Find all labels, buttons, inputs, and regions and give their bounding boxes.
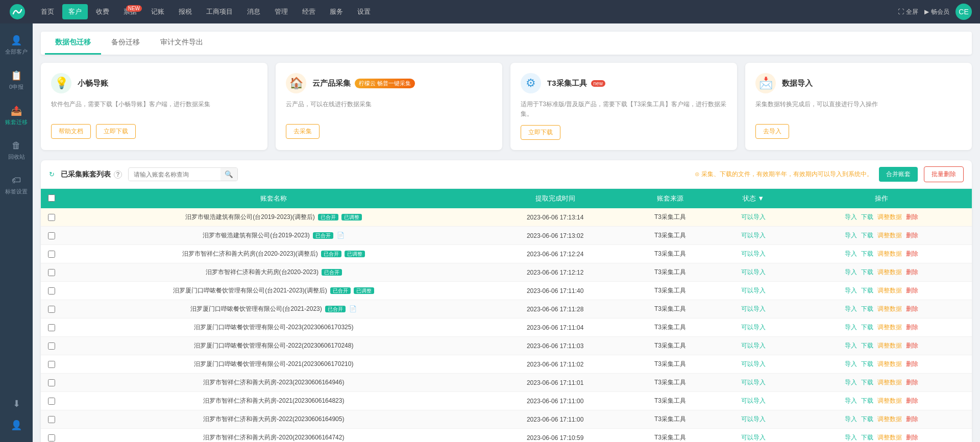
action-调整数据[interactable]: 调整数据 — [877, 232, 902, 239]
nav-message[interactable]: 消息 — [241, 4, 266, 19]
search-input[interactable] — [129, 168, 220, 181]
row-checkbox[interactable] — [48, 342, 55, 350]
nav-home[interactable]: 首页 — [35, 4, 60, 19]
action-下载[interactable]: 下载 — [861, 287, 873, 294]
tab-audit-export[interactable]: 审计文件导出 — [150, 32, 213, 55]
action-下载[interactable]: 下载 — [861, 213, 873, 220]
tab-backup-migration[interactable]: 备份迁移 — [101, 32, 150, 55]
sidebar-item-profile[interactable]: 👤 — [7, 414, 26, 436]
action-下载[interactable]: 下载 — [861, 305, 873, 312]
sidebar-item-recycle[interactable]: 🗑 回收站 — [0, 135, 33, 166]
action-删除[interactable]: 删除 — [906, 360, 918, 367]
action-调整数据[interactable]: 调整数据 — [877, 397, 902, 404]
action-下载[interactable]: 下载 — [861, 397, 873, 404]
action-删除[interactable]: 删除 — [906, 342, 918, 349]
action-调整数据[interactable]: 调整数据 — [877, 213, 902, 220]
tab-data-migration[interactable]: 数据包迁移 — [45, 32, 101, 55]
action-删除[interactable]: 删除 — [906, 250, 918, 257]
nav-settings[interactable]: 设置 — [351, 4, 377, 19]
action-下载[interactable]: 下载 — [861, 379, 873, 386]
nav-service[interactable]: 服务 — [324, 4, 349, 19]
action-删除[interactable]: 删除 — [906, 324, 918, 331]
action-导入[interactable]: 导入 — [845, 213, 857, 220]
sidebar-item-tag-settings[interactable]: 🏷 标签设置 — [0, 170, 33, 201]
search-button[interactable]: 🔍 — [220, 168, 237, 181]
action-下载[interactable]: 下载 — [861, 415, 873, 423]
sidebar-item-all-customers[interactable]: 👤 全部客户 — [0, 30, 33, 61]
action-调整数据[interactable]: 调整数据 — [877, 250, 902, 257]
nav-fee[interactable]: 收费 — [90, 4, 115, 19]
action-导入[interactable]: 导入 — [845, 250, 857, 257]
select-all-checkbox[interactable] — [48, 194, 55, 202]
nav-customer[interactable]: 客户 — [62, 4, 88, 19]
action-调整数据[interactable]: 调整数据 — [877, 324, 902, 331]
help-doc-button[interactable]: 帮助文档 — [51, 124, 91, 139]
action-调整数据[interactable]: 调整数据 — [877, 268, 902, 276]
row-checkbox[interactable] — [48, 398, 55, 405]
row-checkbox[interactable] — [48, 251, 55, 258]
action-调整数据[interactable]: 调整数据 — [877, 434, 902, 441]
nav-operation[interactable]: 经营 — [296, 4, 322, 19]
action-导入[interactable]: 导入 — [845, 342, 857, 349]
row-checkbox[interactable] — [48, 269, 55, 276]
user-avatar[interactable]: CE — [955, 4, 972, 20]
action-导入[interactable]: 导入 — [845, 268, 857, 276]
row-checkbox[interactable] — [48, 232, 55, 239]
action-下载[interactable]: 下载 — [861, 250, 873, 257]
row-checkbox[interactable] — [48, 287, 55, 294]
action-删除[interactable]: 删除 — [906, 268, 918, 276]
action-删除[interactable]: 删除 — [906, 305, 918, 312]
action-导入[interactable]: 导入 — [845, 305, 857, 312]
action-导入[interactable]: 导入 — [845, 360, 857, 367]
action-调整数据[interactable]: 调整数据 — [877, 415, 902, 423]
collect-button[interactable]: 去采集 — [286, 124, 320, 139]
action-下载[interactable]: 下载 — [861, 232, 873, 239]
row-checkbox[interactable] — [48, 306, 55, 313]
nav-tax[interactable]: 报税 — [173, 4, 198, 19]
action-删除[interactable]: 删除 — [906, 434, 918, 441]
vip-btn[interactable]: ▶ 畅会员 — [924, 8, 949, 16]
help-icon[interactable]: ? — [114, 170, 122, 179]
action-导入[interactable]: 导入 — [845, 324, 857, 331]
action-调整数据[interactable]: 调整数据 — [877, 287, 902, 294]
action-删除[interactable]: 删除 — [906, 287, 918, 294]
nav-invoice[interactable]: 票据 NEW — [117, 4, 143, 19]
action-删除[interactable]: 删除 — [906, 379, 918, 386]
action-删除[interactable]: 删除 — [906, 232, 918, 239]
row-checkbox[interactable] — [48, 379, 55, 386]
action-下载[interactable]: 下载 — [861, 434, 873, 441]
action-下载[interactable]: 下载 — [861, 268, 873, 276]
action-导入[interactable]: 导入 — [845, 397, 857, 404]
fullscreen-btn[interactable]: ⛶ 全屏 — [898, 8, 918, 16]
download-now-button-3[interactable]: 立即下载 — [521, 125, 560, 140]
sidebar-item-account-migrate[interactable]: 📤 账套迁移 — [0, 100, 33, 131]
action-下载[interactable]: 下载 — [861, 342, 873, 349]
row-checkbox[interactable] — [48, 416, 55, 423]
action-导入[interactable]: 导入 — [845, 287, 857, 294]
merge-button[interactable]: 合并账套 — [879, 167, 918, 182]
row-checkbox[interactable] — [48, 324, 55, 331]
nav-business[interactable]: 工商项目 — [200, 4, 239, 19]
logo[interactable] — [8, 3, 27, 21]
sidebar-item-download[interactable]: ⬇ — [7, 393, 26, 414]
action-调整数据[interactable]: 调整数据 — [877, 342, 902, 349]
download-now-button-1[interactable]: 立即下载 — [96, 124, 136, 139]
action-删除[interactable]: 删除 — [906, 213, 918, 220]
row-checkbox[interactable] — [48, 214, 55, 221]
action-调整数据[interactable]: 调整数据 — [877, 305, 902, 312]
sidebar-item-zero-declare[interactable]: 📋 0申报 — [0, 65, 33, 96]
action-导入[interactable]: 导入 — [845, 415, 857, 423]
import-button[interactable]: 去导入 — [755, 124, 789, 139]
action-导入[interactable]: 导入 — [845, 379, 857, 386]
action-调整数据[interactable]: 调整数据 — [877, 379, 902, 386]
row-checkbox[interactable] — [48, 361, 55, 368]
refresh-icon[interactable]: ↻ — [49, 170, 55, 178]
nav-bookkeep[interactable]: 记账 — [145, 4, 170, 19]
row-checkbox[interactable] — [48, 434, 55, 441]
action-删除[interactable]: 删除 — [906, 415, 918, 423]
action-删除[interactable]: 删除 — [906, 397, 918, 404]
action-下载[interactable]: 下载 — [861, 360, 873, 367]
action-导入[interactable]: 导入 — [845, 434, 857, 441]
action-下载[interactable]: 下载 — [861, 324, 873, 331]
action-导入[interactable]: 导入 — [845, 232, 857, 239]
